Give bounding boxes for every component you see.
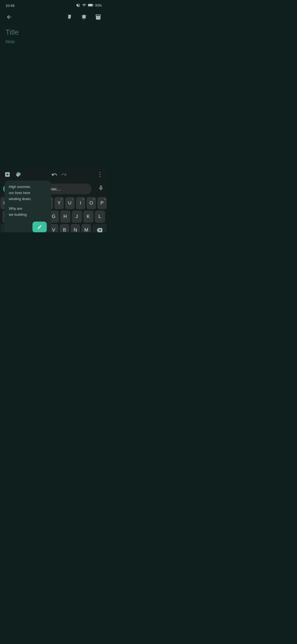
toolbar [0,10,107,24]
back-button[interactable] [5,13,13,21]
tooltip-line1: High summer, [9,184,47,189]
status-bar: 10:49 93% [0,0,107,10]
svg-rect-1 [93,4,94,6]
tooltip-spacer [9,203,47,205]
palette-button[interactable] [15,171,21,178]
undo-button[interactable] [51,171,57,178]
toolbar-left [5,13,13,21]
svg-rect-2 [88,4,92,6]
key-k[interactable]: K [83,211,94,223]
clipboard-edit-button[interactable] [32,222,47,232]
clipboard-tooltip: High summer, our lives here winding down… [4,181,51,232]
tooltip-line6: we building [9,212,47,217]
battery-icon [88,4,94,8]
note-title-placeholder[interactable]: Title [6,28,102,37]
archive-button[interactable] [94,13,102,21]
delete-button[interactable] [92,224,107,232]
tooltip-line5: Why are [9,206,47,211]
more-options-button[interactable]: ⋮ [97,171,103,178]
key-j[interactable]: J [72,211,82,223]
add-content-button[interactable] [4,171,10,178]
key-i[interactable]: 8I [76,197,85,209]
status-time: 10:49 [6,4,15,8]
key-p[interactable]: 0P [97,197,107,209]
key-o[interactable]: 9O [87,197,96,209]
toolbar-right [65,13,102,21]
note-body-placeholder[interactable]: Note [6,39,102,44]
format-bar: ⋮ [0,167,107,182]
status-icons: 93% [76,3,102,8]
reminder-button[interactable] [80,13,88,21]
format-bar-center [51,171,67,178]
key-n[interactable]: N [71,224,80,232]
microphone-button[interactable] [98,185,104,193]
key-l[interactable]: L [95,211,105,223]
key-y[interactable]: 6Y [54,197,64,209]
tooltip-line2: our lives here [9,190,47,195]
key-m[interactable]: M [81,224,91,232]
note-area[interactable]: Title Note [0,24,107,167]
key-u[interactable]: 7U [65,197,75,209]
key-b[interactable]: B [60,224,69,232]
format-bar-left [4,171,21,178]
mute-icon [76,3,80,8]
pin-button[interactable] [65,13,74,21]
tooltip-line3: winding down. [9,197,47,201]
redo-button[interactable] [61,171,67,178]
battery-percentage: 93% [95,4,102,7]
key-h[interactable]: H [60,211,70,223]
wifi-icon [82,3,86,8]
